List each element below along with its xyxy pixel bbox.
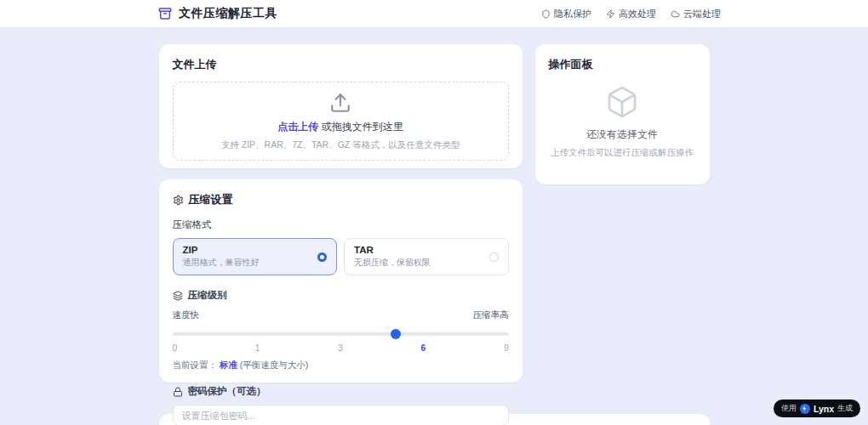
shield-icon [541,9,551,19]
badge-suffix: 生成 [837,403,853,414]
settings-card-title: 压缩设置 [189,192,233,207]
format-desc: 通用格式，兼容性好 [183,257,260,269]
brand: 文件压缩解压工具 [158,6,277,21]
format-options: ZIP 通用格式，兼容性好 TAR 无损压缩，保留权限 [173,238,509,275]
upload-card-title: 文件上传 [173,57,509,72]
supported-formats: 支持 ZIP、RAR、7Z、TAR、GZ 等格式，以及任意文件类型 [221,139,460,151]
upload-icon [329,92,351,114]
tick-active: 6 [421,343,426,353]
file-dropzone[interactable]: 点击上传 或拖拽文件到这里 支持 ZIP、RAR、7Z、TAR、GZ 等格式，以… [173,82,509,161]
main-content: 文件上传 点击上传 或拖拽文件到这里 支持 ZIP、RAR、7Z、TAR、GZ … [0,28,868,425]
nav-label: 隐私保护 [554,8,591,20]
upload-card: 文件上传 点击上传 或拖拽文件到这里 支持 ZIP、RAR、7Z、TAR、GZ … [159,44,523,168]
nav-item-speed: 高效处理 [606,8,656,20]
drag-hint: 或拖拽文件到这里 [322,121,403,133]
slider-ticks: 0 1 3 6 9 [173,343,509,353]
made-with-lynx-badge[interactable]: 使用 Lynx 生成 [774,400,860,417]
level-title: 压缩级别 [188,289,227,302]
password-input[interactable] [173,405,509,425]
radio-tar[interactable] [489,252,499,262]
nav-label: 高效处理 [619,8,656,20]
password-title: 密码保护（可选） [188,385,266,398]
level-left-label: 速度快 [173,309,200,321]
click-upload-link[interactable]: 点击上传 [277,121,318,133]
slider-thumb[interactable] [391,329,401,339]
lock-icon [173,387,183,397]
dropzone-text: 点击上传 或拖拽文件到这里 [277,120,403,134]
badge-prefix: 使用 [781,403,797,414]
format-label: 压缩格式 [173,218,509,231]
app-title: 文件压缩解压工具 [179,6,277,21]
format-name: ZIP [183,245,260,255]
settings-card: 压缩设置 压缩格式 ZIP 通用格式，兼容性好 TAR 无损压缩 [159,179,523,382]
operation-panel-card: 操作面板 还没有选择文件 上传文件后可以进行压缩或解压操作 [535,44,710,184]
level-right-label: 压缩率高 [473,309,509,321]
current-setting-prefix: 当前设置： [173,360,218,370]
nav-item-cloud: 云端处理 [671,8,721,20]
nav-item-privacy: 隐私保护 [541,8,591,20]
package-icon [605,85,639,119]
cloud-icon [671,9,680,19]
panel-empty-state: 还没有选择文件 上传文件后可以进行压缩或解压操作 [549,72,696,172]
slider-track[interactable] [173,332,509,336]
current-setting-value: 标准 [220,360,237,370]
format-desc: 无损压缩，保留权限 [354,257,431,269]
gear-icon [173,195,184,206]
badge-brand: Lynx [814,404,834,414]
radio-zip[interactable] [317,252,327,262]
archive-icon [158,7,172,20]
empty-state-title: 还没有选择文件 [586,128,658,142]
current-setting: 当前设置： 标准 (平衡速度与大小) [173,360,509,371]
nav-label: 云端处理 [683,8,721,20]
panel-title: 操作面板 [549,57,696,72]
layers-icon [173,291,183,301]
format-option-zip[interactable]: ZIP 通用格式，兼容性好 [173,238,338,275]
lynx-logo-icon [800,404,810,414]
compression-level-slider[interactable] [173,329,509,339]
tick: 9 [504,343,509,353]
format-name: TAR [354,245,431,255]
current-setting-suffix: (平衡速度与大小) [240,360,309,370]
tick: 0 [173,343,178,353]
zap-icon [606,9,615,19]
tick: 1 [255,343,260,353]
format-option-tar[interactable]: TAR 无损压缩，保留权限 [344,238,509,275]
empty-state-desc: 上传文件后可以进行压缩或解压操作 [551,147,694,159]
app-header: 文件压缩解压工具 隐私保护 高效处理 云端处理 [0,0,868,28]
tick: 3 [338,343,343,353]
header-nav: 隐私保护 高效处理 云端处理 [541,8,721,20]
